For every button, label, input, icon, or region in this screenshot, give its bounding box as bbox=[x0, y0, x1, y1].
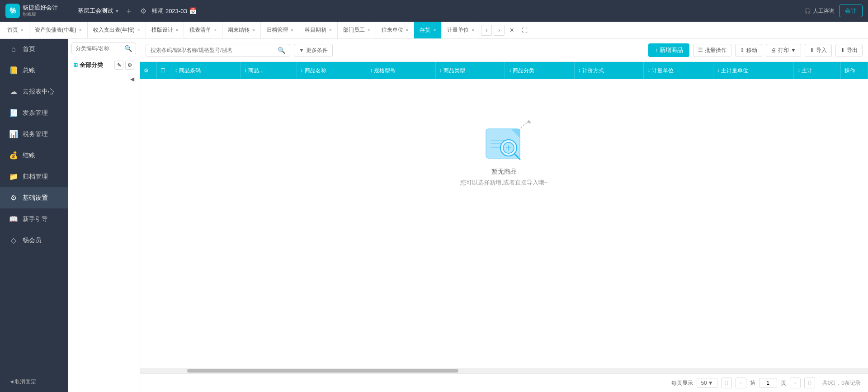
sidebar-item-label: 云报表中心 bbox=[23, 88, 54, 96]
th-unit[interactable]: ↕ 计量单位 bbox=[644, 62, 713, 79]
expand-tab-button[interactable]: ⛶ bbox=[519, 25, 530, 36]
tab-label: 科目期初 bbox=[305, 26, 326, 34]
category-search-input[interactable] bbox=[75, 45, 124, 52]
tab-archive-mgmt[interactable]: 归档管理 × bbox=[261, 22, 299, 39]
archive-icon: 📁 bbox=[9, 172, 18, 181]
th-settings[interactable]: ⚙ bbox=[140, 62, 156, 79]
product-table: ⚙ ☐ ↕ 商品条码 ↕ 商品... ↕ 商品名称 bbox=[140, 62, 868, 79]
print-icon: 🖨 bbox=[771, 47, 776, 53]
th-barcode-label: ↕ 商品条码 bbox=[175, 67, 201, 74]
th-type[interactable]: ↕ 商品类型 bbox=[435, 62, 505, 79]
sidebar-item-archive[interactable]: 📁 归档管理 bbox=[0, 166, 68, 187]
tab-period-carry[interactable]: 期末结转 × bbox=[222, 22, 261, 39]
tab-close-icon[interactable]: × bbox=[433, 28, 436, 33]
category-search-icon[interactable]: 🔍 bbox=[124, 45, 132, 52]
import-button[interactable]: ⬆ 导入 bbox=[805, 44, 832, 57]
total-info: 共0页，0条记录 bbox=[822, 379, 861, 387]
tab-balance-sheet[interactable]: 资产负债表(中期) × bbox=[29, 22, 88, 39]
tab-close-icon[interactable]: × bbox=[329, 28, 332, 33]
horizontal-scrollbar[interactable] bbox=[140, 368, 868, 373]
service-button[interactable]: 🎧 人工咨询 bbox=[804, 7, 835, 15]
tab-close-icon[interactable]: × bbox=[406, 28, 409, 33]
content-inner: 🔍 ⊞ 全部分类 ✎ ⚙ ◀ bbox=[68, 39, 868, 392]
tab-inventory[interactable]: 存货 × bbox=[414, 22, 442, 39]
tab-scroll-left-button[interactable]: ‹ bbox=[481, 25, 492, 36]
tab-close-icon[interactable]: × bbox=[176, 28, 179, 33]
sidebar-item-invoice[interactable]: 🧾 发票管理 bbox=[0, 102, 68, 123]
more-filter-button[interactable]: ▼ 更多条件 bbox=[294, 44, 333, 57]
sidebar-item-label: 畅会员 bbox=[23, 236, 42, 245]
tab-close-icon[interactable]: × bbox=[368, 28, 370, 33]
product-search-input[interactable] bbox=[151, 47, 278, 53]
th-main-calc[interactable]: ↕ 主计 bbox=[794, 62, 841, 79]
tab-close-icon[interactable]: × bbox=[79, 28, 82, 33]
tab-template-design[interactable]: 模版设计 × bbox=[146, 22, 184, 39]
th-checkbox[interactable]: ☐ bbox=[156, 62, 171, 79]
th-code-label: ↕ 商品... bbox=[244, 67, 264, 74]
sidebar-item-beginner-guide[interactable]: 📖 新手引导 bbox=[0, 208, 68, 230]
move-icon: ⇕ bbox=[740, 47, 745, 53]
batch-operation-button[interactable]: ☰ 批量操作 bbox=[693, 44, 731, 57]
tab-close-icon[interactable]: × bbox=[252, 28, 255, 33]
account-button[interactable]: 会计 bbox=[839, 5, 863, 17]
th-price-method[interactable]: ↕ 计价方式 bbox=[574, 62, 644, 79]
tab-scroll-right-button[interactable]: › bbox=[494, 25, 505, 36]
product-search-icon[interactable]: 🔍 bbox=[278, 47, 285, 54]
th-main-unit[interactable]: ↕ 主计量单位 bbox=[713, 62, 793, 79]
close-all-tabs-button[interactable]: × bbox=[506, 25, 517, 36]
tab-close-icon[interactable]: × bbox=[291, 28, 293, 33]
export-button[interactable]: ⬇ 导出 bbox=[835, 44, 863, 57]
th-code[interactable]: ↕ 商品... bbox=[241, 62, 297, 79]
th-barcode[interactable]: ↕ 商品条码 bbox=[171, 62, 241, 79]
company-selector[interactable]: 基层工会测试 ▼ bbox=[78, 7, 119, 15]
unpin-sidebar-button[interactable]: ◄取消固定 bbox=[0, 372, 68, 392]
print-button[interactable]: 🖨 打印 ▼ bbox=[766, 44, 801, 57]
settings-gear-icon[interactable]: ⚙ bbox=[138, 7, 148, 15]
category-settings-button[interactable]: ⚙ bbox=[125, 61, 134, 70]
tab-unit[interactable]: 计量单位 × bbox=[442, 22, 480, 39]
sidebar-item-tax[interactable]: 📊 税务管理 bbox=[0, 123, 68, 145]
calendar-icon[interactable]: 📅 bbox=[189, 7, 197, 14]
tab-close-icon[interactable]: × bbox=[137, 28, 140, 33]
th-name[interactable]: ↕ 商品名称 bbox=[297, 62, 366, 79]
move-button[interactable]: ⇕ 移动 bbox=[735, 44, 762, 57]
page-number-input[interactable] bbox=[759, 378, 777, 388]
tab-homepage[interactable]: 首页 × bbox=[2, 22, 29, 39]
collapse-panel-button[interactable]: ◀ bbox=[128, 74, 136, 84]
prev-page-button[interactable]: ‹ bbox=[736, 378, 746, 388]
sidebar-item-basic-settings[interactable]: ⚙ 基础设置 bbox=[0, 187, 68, 208]
tab-dept-staff[interactable]: 部门员工 × bbox=[338, 22, 376, 39]
per-page-select[interactable]: 50 ▼ bbox=[697, 378, 717, 388]
tab-close-icon[interactable]: × bbox=[214, 28, 217, 33]
tab-label: 税表清单 bbox=[189, 26, 211, 34]
next-page-button[interactable]: › bbox=[790, 378, 801, 388]
sidebar-item-ledger[interactable]: 📒 总账 bbox=[0, 60, 68, 81]
add-product-button[interactable]: + 新增商品 bbox=[648, 43, 689, 57]
invoice-icon: 🧾 bbox=[9, 109, 18, 117]
th-category[interactable]: ↕ 商品分类 bbox=[505, 62, 575, 79]
sidebar-item-label: 新手引导 bbox=[23, 215, 48, 223]
tab-subject-init[interactable]: 科目期初 × bbox=[299, 22, 338, 39]
import-label: 导入 bbox=[816, 47, 827, 54]
category-edit-button[interactable]: ✎ bbox=[114, 61, 123, 70]
tab-tax-list[interactable]: 税表清单 × bbox=[184, 22, 222, 39]
tab-close-icon[interactable]: × bbox=[21, 28, 24, 33]
sidebar-item-cloud-reports[interactable]: ☁ 云报表中心 bbox=[0, 81, 68, 102]
sidebar-item-settlement[interactable]: 💰 结账 bbox=[0, 145, 68, 166]
sidebar-item-home[interactable]: ⌂ 首页 bbox=[0, 39, 68, 60]
header-middle: 基层工会测试 ▼ ＋ ⚙ 账期 2023-03 📅 bbox=[78, 5, 800, 16]
th-unit-label: ↕ 计量单位 bbox=[647, 67, 673, 74]
category-panel: 🔍 ⊞ 全部分类 ✎ ⚙ ◀ bbox=[68, 39, 140, 392]
tab-bar: 首页 × 资产负债表(中期) × 收入支出表(年报) × 模版设计 × 税表清单… bbox=[0, 22, 868, 39]
first-page-button[interactable]: ⟨⟨ bbox=[721, 378, 732, 388]
th-spec[interactable]: ↕ 规格型号 bbox=[366, 62, 436, 79]
scrollbar-thumb[interactable] bbox=[187, 369, 458, 373]
headset-icon: 🎧 bbox=[804, 8, 811, 14]
tab-close-icon[interactable]: × bbox=[472, 28, 474, 33]
tab-contacts[interactable]: 往来单位 × bbox=[376, 22, 415, 39]
sidebar-item-member[interactable]: ◇ 畅会员 bbox=[0, 230, 68, 251]
tab-income-statement[interactable]: 收入支出表(年报) × bbox=[88, 22, 146, 39]
add-tab-button[interactable]: ＋ bbox=[123, 5, 135, 16]
last-page-button[interactable]: ⟩⟩ bbox=[804, 378, 815, 388]
logo-title: 畅捷通好会计 bbox=[23, 4, 58, 11]
